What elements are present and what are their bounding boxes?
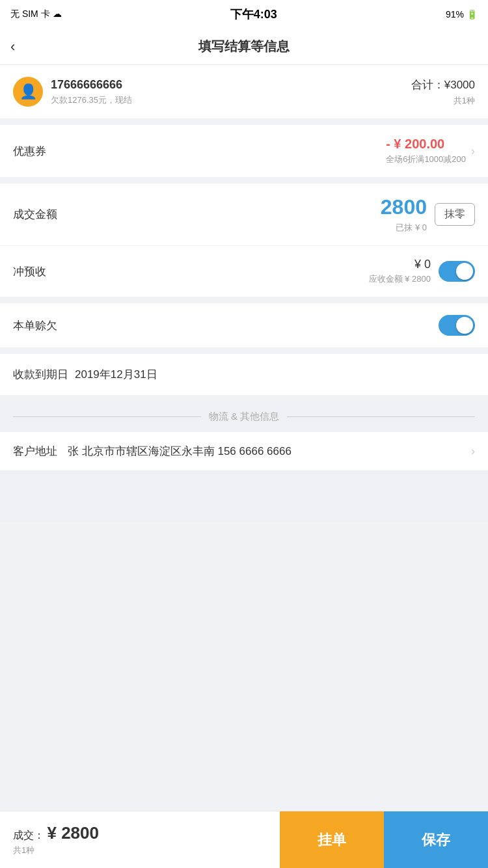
pre-collect-toggle[interactable] <box>439 261 475 282</box>
address-label: 客户地址 <box>13 444 57 459</box>
due-date-row: 收款到期日 2019年12月31日 <box>0 354 488 395</box>
total-amount: 合计：¥3000 <box>411 77 475 92</box>
back-button[interactable]: ‹ <box>10 38 15 55</box>
status-left: 无 SIM 卡 ☁ <box>10 8 62 20</box>
total-value: ¥3000 <box>444 79 475 91</box>
pre-collect-label: 冲预收 <box>13 264 46 279</box>
save-button[interactable]: 保存 <box>384 811 488 869</box>
content-area: 👤 17666666666 欠款1276.35元，现结 合计：¥3000 共1种… <box>0 65 488 581</box>
pre-collect-values: ¥ 0 应收金额 ¥ 2800 <box>369 258 431 285</box>
logistics-divider: 物流 & 其他信息 <box>0 401 488 432</box>
customer-phone: 17666666666 <box>51 78 132 92</box>
address-value: 张 北京市市辖区海淀区永丰南 156 6666 6666 <box>68 444 471 459</box>
coupon-row[interactable]: 优惠券 - ¥ 200.00 全场6折满1000减200 › <box>0 125 488 177</box>
footer-deal-label: 成交： <box>13 830 44 841</box>
address-chevron-icon: › <box>471 444 475 458</box>
coupon-right: - ¥ 200.00 全场6折满1000减200 › <box>386 137 475 165</box>
deal-amount-value: 2800 <box>381 195 427 219</box>
customer-left: 👤 17666666666 欠款1276.35元，现结 <box>13 77 132 107</box>
deal-section: 成交金额 2800 已抹 ¥ 0 抹零 冲预收 ¥ 0 应收金额 ¥ 2800 <box>0 183 488 297</box>
status-right: 91% 🔋 <box>446 9 478 20</box>
divider-text: 物流 & 其他信息 <box>209 411 279 423</box>
deal-amount-row: 成交金额 2800 已抹 ¥ 0 抹零 <box>0 183 488 246</box>
address-row[interactable]: 客户地址 张 北京市市辖区海淀区永丰南 156 6666 6666 › <box>0 432 488 470</box>
debt-label: 本单赊欠 <box>13 318 57 333</box>
debt-row: 本单赊欠 <box>0 303 488 347</box>
bottom-spacer <box>0 470 488 522</box>
debt-toggle[interactable] <box>439 315 475 336</box>
total-count: 共1种 <box>411 95 475 107</box>
deal-amount-label: 成交金额 <box>13 207 57 222</box>
avatar: 👤 <box>13 77 43 107</box>
pre-collect-right: ¥ 0 应收金额 ¥ 2800 <box>369 258 475 285</box>
battery-icon: 🔋 <box>467 9 478 20</box>
page-title: 填写结算等信息 <box>198 38 290 55</box>
coupon-discount: - ¥ 200.00 <box>386 137 466 152</box>
debt-right <box>439 315 475 336</box>
debt-section: 本单赊欠 <box>0 303 488 347</box>
pre-collect-sub: 应收金额 ¥ 2800 <box>369 273 431 285</box>
coupon-label: 优惠券 <box>13 144 46 159</box>
coupon-description: 全场6折满1000减200 <box>386 154 466 165</box>
status-time: 下午4:03 <box>230 7 277 22</box>
avatar-icon: 👤 <box>20 83 37 100</box>
pre-collect-amount: ¥ 0 <box>369 258 431 271</box>
coupon-chevron-icon: › <box>471 144 475 158</box>
footer-deal-count: 共1种 <box>13 845 267 856</box>
sim-status: 无 SIM 卡 ☁ <box>10 8 62 20</box>
deal-amount-right: 2800 已抹 ¥ 0 抹零 <box>381 195 475 234</box>
footer-deal-line: 成交： ¥ 2800 <box>13 823 267 843</box>
status-bar: 无 SIM 卡 ☁ 下午4:03 91% 🔋 <box>0 0 488 29</box>
total-label: 合计： <box>411 79 444 91</box>
customer-card: 👤 17666666666 欠款1276.35元，现结 合计：¥3000 共1种 <box>0 65 488 118</box>
deal-amount-sub: 已抹 ¥ 0 <box>381 222 427 234</box>
customer-info: 17666666666 欠款1276.35元，现结 <box>51 78 132 106</box>
pre-collect-row: 冲预收 ¥ 0 应收金额 ¥ 2800 <box>0 246 488 297</box>
hold-order-button[interactable]: 挂单 <box>280 811 384 869</box>
due-date-value: 2019年12月31日 <box>75 367 157 382</box>
round-zero-button[interactable]: 抹零 <box>435 203 475 226</box>
footer-summary: 成交： ¥ 2800 共1种 <box>0 823 280 856</box>
divider-line-left <box>13 416 201 417</box>
nav-bar: ‹ 填写结算等信息 <box>0 29 488 65</box>
battery-status: 91% <box>446 9 464 20</box>
footer: 成交： ¥ 2800 共1种 挂单 保存 <box>0 811 488 868</box>
divider-line-right <box>287 416 475 417</box>
due-date-label: 收款到期日 <box>13 367 68 382</box>
customer-debt: 欠款1276.35元，现结 <box>51 94 132 106</box>
customer-right: 合计：¥3000 共1种 <box>411 77 475 107</box>
footer-deal-amount: ¥ 2800 <box>47 823 99 843</box>
